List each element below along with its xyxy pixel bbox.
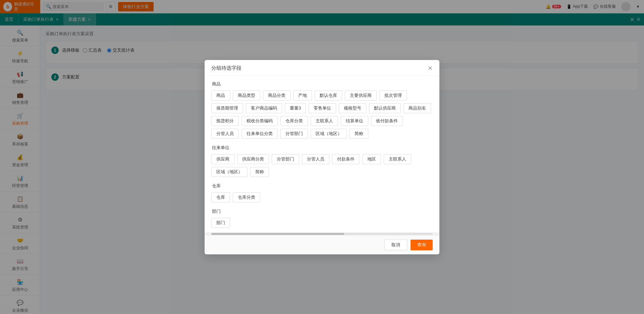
field-supplier-cat[interactable]: 供应商分类 xyxy=(237,154,269,164)
hscroll-thumb xyxy=(211,233,344,235)
section-warehouse: 仓库 仓库 仓库分类 xyxy=(211,183,433,202)
field-main-contact[interactable]: 主联系人 xyxy=(311,116,338,126)
section-partner-grid: 供应商 供应商分类 分管部门 分管人员 付款条件 地区 主联系人 区域（地区） … xyxy=(211,154,433,177)
field-partner-region[interactable]: 区域（地区） xyxy=(211,167,248,177)
field-dept-item[interactable]: 部门 xyxy=(211,218,230,228)
field-goods-alias[interactable]: 商品别名 xyxy=(404,103,431,113)
field-origin[interactable]: 产地 xyxy=(293,90,312,101)
field-warehouse-cat[interactable]: 仓库分类 xyxy=(233,192,260,202)
field-partner-contact[interactable]: 主联系人 xyxy=(384,154,411,164)
section-goods: 商品 商品 商品类型 商品分类 产地 默认仓库 主要供应商 批次管理 保质期管理… xyxy=(211,81,433,139)
section-goods-grid: 商品 商品类型 商品分类 产地 默认仓库 主要供应商 批次管理 保质期管理 客户… xyxy=(211,90,433,139)
field-goods-type[interactable]: 商品类型 xyxy=(233,90,260,101)
field-area[interactable]: 地区 xyxy=(362,154,381,164)
field-tax-code[interactable]: 税收分类编码 xyxy=(241,116,278,126)
section-warehouse-title: 仓库 xyxy=(211,183,433,189)
field-partner-type[interactable]: 往来单位分类 xyxy=(241,129,278,139)
modal-header: 分组待选字段 ✕ xyxy=(205,60,439,76)
modal-overlay: 分组待选字段 ✕ 商品 商品 商品类型 商品分类 产地 默认仓库 主要供应商 批… xyxy=(0,0,644,314)
modal-title: 分组待选字段 xyxy=(211,65,241,71)
field-expiry-manage[interactable]: 保质期管理 xyxy=(211,103,243,113)
field-partner-manager[interactable]: 分管人员 xyxy=(302,154,329,164)
field-payment-terms[interactable]: 收付款条件 xyxy=(371,116,403,126)
field-manager[interactable]: 分管人员 xyxy=(211,129,239,139)
field-weight3[interactable]: 重量3 xyxy=(285,103,306,113)
section-dept-title: 部门 xyxy=(211,208,433,214)
field-settlement-unit[interactable]: 结算单位 xyxy=(341,116,368,126)
hscroll-bar xyxy=(211,233,433,235)
section-goods-title: 商品 xyxy=(211,81,433,87)
field-batch-manage[interactable]: 批次管理 xyxy=(379,90,407,101)
section-dept: 部门 部门 xyxy=(211,208,433,228)
field-retail-unit[interactable]: 零售单位 xyxy=(309,103,336,113)
field-spec-model[interactable]: 规格型号 xyxy=(339,103,366,113)
section-partner-title: 往来单位 xyxy=(211,145,433,151)
field-warehouse-category[interactable]: 仓库分类 xyxy=(280,116,308,126)
modal-hscroll xyxy=(205,233,439,235)
section-dept-grid: 部门 xyxy=(211,218,433,228)
field-dept[interactable]: 分管部门 xyxy=(280,129,308,139)
cancel-button[interactable]: 取消 xyxy=(384,240,407,250)
field-partner-abbr[interactable]: 简称 xyxy=(250,167,269,177)
modal-footer: 取消 查询 xyxy=(205,235,439,254)
field-default-supplier[interactable]: 默认供应商 xyxy=(369,103,401,113)
modal-close-btn[interactable]: ✕ xyxy=(428,65,433,72)
field-pay-terms[interactable]: 付款条件 xyxy=(332,154,360,164)
field-supplier[interactable]: 供应商 xyxy=(211,154,234,164)
section-partner: 往来单位 供应商 供应商分类 分管部门 分管人员 付款条件 地区 主联系人 区域… xyxy=(211,145,433,177)
modal-body: 商品 商品 商品类型 商品分类 产地 默认仓库 主要供应商 批次管理 保质期管理… xyxy=(205,76,439,233)
field-region[interactable]: 区域（地区） xyxy=(311,129,347,139)
field-main-supplier[interactable]: 主要供应商 xyxy=(345,90,377,101)
field-select-modal: 分组待选字段 ✕ 商品 商品 商品类型 商品分类 产地 默认仓库 主要供应商 批… xyxy=(205,60,439,254)
field-default-warehouse[interactable]: 默认仓库 xyxy=(315,90,342,101)
section-warehouse-grid: 仓库 仓库分类 xyxy=(211,192,433,202)
field-goods[interactable]: 商品 xyxy=(211,90,230,101)
field-goods-category[interactable]: 商品分类 xyxy=(263,90,290,101)
field-customer-code[interactable]: 客户商品编码 xyxy=(246,103,282,113)
confirm-button[interactable]: 查询 xyxy=(411,240,433,250)
field-pick-score[interactable]: 拣货积分 xyxy=(211,116,239,126)
field-warehouse[interactable]: 仓库 xyxy=(211,192,230,202)
field-partner-dept[interactable]: 分管部门 xyxy=(272,154,299,164)
field-abbr[interactable]: 简称 xyxy=(350,129,368,139)
